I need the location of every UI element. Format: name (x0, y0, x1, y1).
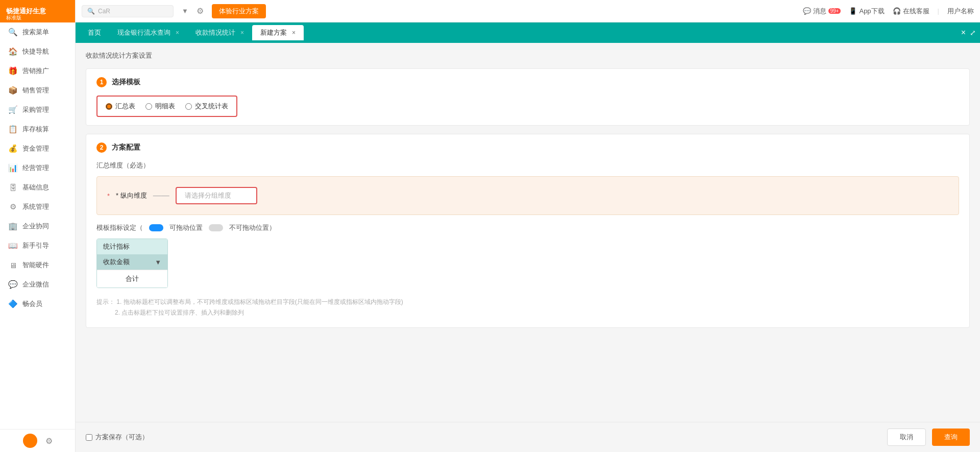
tab-new-plan[interactable]: 新建方案 × (252, 25, 304, 40)
user-name[interactable]: 用户名称 (947, 7, 974, 16)
logo-sub: 标准版 (6, 14, 21, 21)
tab-home[interactable]: 首页 (80, 25, 109, 40)
tab-new-plan-close[interactable]: × (292, 29, 296, 36)
sidebar-item-label: 快捷导航 (22, 47, 49, 56)
tab-bar: 首页 现金银行流水查询 × 收款情况统计 × 新建方案 × × ⤢ (76, 22, 980, 43)
message-badge[interactable]: 💬 消息 99+ (803, 7, 841, 16)
basic-icon: 🗄 (8, 183, 17, 192)
service-icon: 🎧 (893, 7, 901, 15)
sidebar-item-finance[interactable]: 💰 资金管理 (0, 139, 75, 158)
sidebar-item-operations[interactable]: 📊 经营管理 (0, 158, 75, 178)
radio-cross[interactable]: 交叉统计表 (185, 102, 228, 111)
indicator-header: 模板指标设定（ 可拖动位置 不可拖动位置） (96, 223, 959, 232)
radio-detail-input[interactable] (145, 103, 152, 110)
step2-header: 2 方案配置 (96, 142, 959, 153)
sidebar-item-label: 企业协同 (22, 222, 49, 231)
save-checkbox[interactable] (86, 434, 92, 441)
sidebar-item-quick-nav[interactable]: 🏠 快捷导航 (0, 42, 75, 61)
sidebar-item-label: 营销推广 (22, 66, 49, 76)
hint-1: 提示： 1. 拖动标题栏可以调整布局，不可跨维度或指标区域拖动栏目字段(只能在同… (96, 298, 959, 306)
dimension-row: * * 纵向维度 —— 请选择分组维度 (107, 187, 948, 204)
radio-summary-label: 汇总表 (115, 102, 135, 111)
cart-icon: 🛒 (8, 105, 17, 114)
sidebar-item-sales[interactable]: 📦 销售管理 (0, 81, 75, 100)
hint-area: 提示： 1. 拖动标题栏可以调整布局，不可跨维度或指标区域拖动栏目字段(只能在同… (96, 298, 959, 317)
inventory-icon: 📋 (8, 125, 17, 134)
radio-detail[interactable]: 明细表 (145, 102, 175, 111)
breadcrumb: 收款情况统计方案设置 (86, 51, 970, 60)
message-count: 99+ (828, 8, 841, 14)
stats-col-label: 收款金额 (103, 257, 130, 267)
tab-cash-flow-close[interactable]: × (176, 29, 179, 36)
sidebar-item-search[interactable]: 🔍 搜索菜单 (0, 22, 75, 42)
page-content: 收款情况统计方案设置 1 选择模板 汇总表 明细表 交叉统计表 (76, 43, 980, 422)
toggle-draggable[interactable] (149, 224, 163, 231)
tab-new-plan-label: 新建方案 (260, 28, 287, 37)
dimension-area: * * 纵向维度 —— 请选择分组维度 (96, 176, 959, 215)
sidebar-item-label: 智能硬件 (22, 260, 49, 270)
dropdown-chevron-icon: ▼ (155, 258, 161, 266)
stats-label: 统计指标 (103, 242, 130, 251)
dim-row-label: * 纵向维度 (116, 191, 147, 200)
dropdown-arrow-icon[interactable]: ▼ (182, 7, 188, 15)
sidebar-item-hardware[interactable]: 🖥 智能硬件 (0, 255, 75, 275)
step1-header: 1 选择模板 (96, 77, 959, 87)
sidebar-item-enterprise[interactable]: 🏢 企业协同 (0, 217, 75, 236)
radio-cross-label: 交叉统计表 (195, 102, 228, 111)
sidebar-item-wechat[interactable]: 💬 企业微信 (0, 275, 75, 294)
sidebar-settings-icon[interactable]: ⚙ (45, 436, 53, 446)
sidebar-item-marketing[interactable]: 🎁 营销推广 (0, 61, 75, 81)
save-label: 方案保存（可选） (95, 433, 149, 442)
step1-section: 1 选择模板 汇总表 明细表 交叉统计表 (86, 68, 970, 126)
tab-cash-flow-label: 现金银行流水查询 (117, 28, 170, 37)
stats-table-header: 统计指标 (97, 239, 167, 254)
dim-required-mark: * (107, 192, 110, 200)
sidebar: 畅捷通好生意 标准版 🔍 搜索菜单 🏠 快捷导航 🎁 营销推广 📦 销售管理 🛒… (0, 0, 76, 452)
tab-home-label: 首页 (88, 28, 101, 37)
radio-summary[interactable]: 汇总表 (106, 102, 135, 111)
search-icon-top: 🔍 (87, 8, 95, 15)
stats-col-header[interactable]: 收款金额 ▼ (97, 254, 167, 270)
topbar: 🔍 CaR ▼ ⚙ 体验行业方案 💬 消息 99+ 📱 App下载 🎧 在线客服… (76, 0, 980, 22)
sidebar-item-label: 搜索菜单 (22, 28, 49, 37)
tab-cash-flow[interactable]: 现金银行流水查询 × (109, 25, 187, 40)
query-button[interactable]: 查询 (932, 429, 970, 446)
cancel-button[interactable]: 取消 (887, 429, 926, 446)
trial-button[interactable]: 体验行业方案 (212, 4, 266, 18)
home-icon: 🏠 (8, 47, 17, 56)
indicator-title-text: 模板指标设定（ (96, 223, 143, 232)
sidebar-avatar (23, 434, 37, 448)
dim-select[interactable]: 请选择分组维度 (176, 187, 257, 204)
tab-receipt-stats[interactable]: 收款情况统计 × (187, 25, 252, 40)
gear-icon[interactable]: ⚙ (197, 6, 204, 16)
member-icon: 🔷 (8, 299, 17, 308)
radio-cross-input[interactable] (185, 103, 192, 110)
radio-detail-label: 明细表 (155, 102, 175, 111)
sidebar-item-label: 畅会员 (22, 299, 42, 308)
guide-icon: 📖 (8, 241, 17, 250)
tab-receipt-stats-close[interactable]: × (240, 29, 244, 36)
sidebar-item-member[interactable]: 🔷 畅会员 (0, 294, 75, 314)
service-btn[interactable]: 🎧 在线客服 (893, 7, 929, 16)
window-maximize-icon[interactable]: ⤢ (970, 29, 976, 37)
sidebar-item-label: 采购管理 (22, 105, 49, 114)
save-option[interactable]: 方案保存（可选） (86, 433, 149, 442)
toggle-fixed[interactable] (209, 224, 223, 231)
sidebar-item-label: 系统管理 (22, 202, 49, 211)
sidebar-item-inventory[interactable]: 📋 库存核算 (0, 120, 75, 139)
gift-icon: 🎁 (8, 66, 17, 76)
sidebar-item-guide[interactable]: 📖 新手引导 (0, 236, 75, 255)
indicator-draggable-label: 可拖动位置 (169, 223, 203, 232)
operations-icon: 📊 (8, 163, 17, 173)
sidebar-item-system[interactable]: ⚙ 系统管理 (0, 197, 75, 217)
radio-summary-input[interactable] (106, 103, 112, 110)
search-box[interactable]: 🔍 CaR (82, 5, 174, 17)
dim-arrow-icon: —— (153, 191, 169, 200)
sidebar-item-purchase[interactable]: 🛒 采购管理 (0, 100, 75, 120)
search-icon: 🔍 (8, 28, 17, 37)
wechat-icon: 💬 (8, 280, 17, 289)
sidebar-item-basic[interactable]: 🗄 基础信息 (0, 178, 75, 197)
download-btn[interactable]: 📱 App下载 (849, 7, 884, 16)
window-close-icon[interactable]: × (961, 28, 966, 37)
dimension-title: 汇总维度（必选） (96, 161, 959, 170)
